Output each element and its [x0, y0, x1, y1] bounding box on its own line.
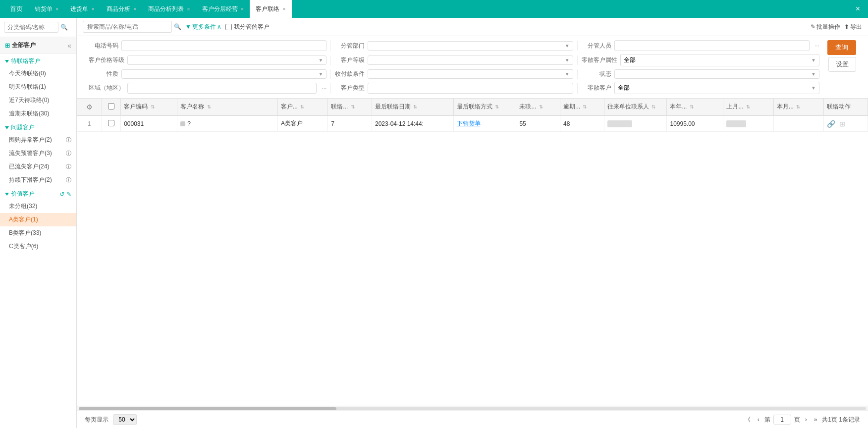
query-button[interactable]: 查询 — [827, 40, 856, 55]
sidebar: 🔍 ⊞ 全部客户 « 待联络客户 今天待联络(0) 明天待联络(1) 近7天待联… — [0, 18, 77, 428]
section-value-customers[interactable]: 价值客户 ↺ ✎ — [0, 187, 76, 200]
filter-manager-input[interactable] — [614, 40, 810, 51]
th-overdue[interactable]: 逾期... ⇅ — [560, 99, 604, 115]
sidebar-item-class-b[interactable]: B类客户(33) — [0, 226, 76, 240]
page-number-input[interactable] — [773, 415, 791, 425]
nav-purchase[interactable]: 进货单 × — [64, 0, 100, 18]
export-btn[interactable]: ⬆ 导出 — [844, 23, 862, 31]
th-cust-class[interactable]: 客户... ⇅ — [277, 99, 327, 115]
filter-search-button[interactable]: 🔍 — [174, 23, 181, 30]
total-records-label: 共1页 1条记录 — [822, 416, 860, 424]
th-checkbox[interactable] — [102, 99, 121, 115]
scrollbar-thumb[interactable] — [79, 407, 336, 410]
filter-cust-tier-select[interactable]: ▼ — [368, 55, 573, 65]
nav-close-product-analysis[interactable]: × — [133, 6, 136, 12]
th-contact[interactable]: 联络... ⇅ — [328, 99, 372, 115]
th-last-date[interactable]: 最后联络日期 ⇅ — [372, 99, 453, 115]
filter-price-tier-select[interactable]: ▼ — [127, 55, 326, 65]
filter-cell-nature: 性质 ▼ — [85, 69, 331, 79]
filter-phone-input[interactable] — [121, 40, 326, 51]
nav-customer-tier[interactable]: 客户分层经营 × — [196, 0, 250, 18]
sidebar-item-churned[interactable]: 已流失客户(24) ⓘ — [0, 160, 76, 173]
sidebar-item-overdue[interactable]: 逾期未联络(30) — [0, 107, 76, 120]
adv-filter-row2: 客户价格等级 ▼ 客户等级 ▼ — [85, 54, 823, 66]
row-checkbox[interactable] — [102, 115, 121, 132]
nav-close-sales[interactable]: × — [55, 6, 58, 12]
page-last-btn[interactable]: » — [812, 415, 819, 424]
th-no-contact[interactable]: 未联... ⇅ — [516, 99, 560, 115]
batch-op-btn[interactable]: ✎ 批量操作 — [811, 23, 840, 31]
sidebar-collapse-btn[interactable]: « — [67, 42, 71, 50]
sidebar-item-churn-warning[interactable]: 流失预警客户(3) ⓘ — [0, 147, 76, 160]
th-this-month[interactable]: 本月... ⇅ — [773, 99, 823, 115]
my-customers-checkbox[interactable] — [225, 24, 232, 30]
nav-close-customer-contact[interactable]: × — [282, 6, 285, 12]
section-problem-customers[interactable]: 问题客户 — [0, 120, 76, 133]
nav-product-analysis-list[interactable]: 商品分析列表 × — [142, 0, 196, 18]
page-size-select[interactable]: 50 — [113, 414, 137, 425]
select-all-checkbox[interactable] — [108, 103, 114, 109]
nav-home[interactable]: 首页 — [4, 0, 29, 18]
sidebar-item-class-a[interactable]: A类客户(1) — [0, 213, 76, 226]
page-next-btn[interactable]: › — [803, 415, 809, 424]
nav-product-analysis[interactable]: 商品分析 × — [101, 0, 142, 18]
sort-last-method-icon: ⇅ — [495, 104, 499, 109]
th-last-method[interactable]: 最后联络方式 ⇅ — [453, 99, 516, 115]
sidebar-item-tomorrow[interactable]: 明天待联络(1) — [0, 80, 76, 94]
close-all-tabs[interactable]: × — [852, 4, 864, 13]
filter-retail-select[interactable]: 全部 ▼ — [614, 82, 819, 94]
section-problem-chevron — [5, 126, 9, 129]
sidebar-item-ungrouped[interactable]: 未分组(32) — [0, 200, 76, 213]
sidebar-item-7days[interactable]: 近7天待联络(0) — [0, 94, 76, 107]
th-code[interactable]: 客户编码 ⇅ — [121, 99, 177, 115]
nav-sales[interactable]: 销货单 × — [29, 0, 64, 18]
sidebar-all-customers-label: 全部客户 — [12, 41, 36, 50]
sidebar-item-hoarding[interactable]: 囤购异常客户(2) ⓘ — [0, 133, 76, 147]
row-last-method[interactable]: 下销货单 — [453, 115, 516, 132]
table-settings-icon[interactable]: ⚙ — [86, 103, 93, 111]
horizontal-scrollbar[interactable] — [77, 406, 868, 411]
scrollbar-track[interactable] — [79, 407, 866, 410]
nav-customer-contact[interactable]: 客户联络 × — [250, 0, 291, 18]
filter-more-btn[interactable]: ▼ 更多条件 ∧ — [185, 23, 221, 31]
sidebar-search-icon[interactable]: 🔍 — [60, 24, 68, 31]
name-color-dot — [180, 121, 185, 126]
my-customers-checkbox-label[interactable]: 我分管的客户 — [225, 23, 270, 31]
action-qr-icon[interactable]: ⊞ — [839, 120, 845, 128]
nav-close-purchase[interactable]: × — [91, 6, 94, 12]
sidebar-item-today[interactable]: 今天待联络(0) — [0, 67, 76, 80]
row-select-checkbox[interactable] — [108, 120, 114, 126]
filter-payment-select[interactable]: ▼ — [368, 69, 573, 79]
row-last-month — [723, 115, 773, 132]
sidebar-item-class-c[interactable]: C类客户(6) — [0, 240, 76, 253]
nav-close-customer-tier[interactable]: × — [241, 6, 244, 12]
th-name[interactable]: 客户名称 ⇅ — [177, 99, 278, 115]
filter-manager-dots[interactable]: ··· — [814, 42, 819, 49]
filter-region-dots[interactable]: ··· — [322, 85, 326, 92]
filter-nature-select[interactable]: ▼ — [121, 69, 326, 79]
th-this-year[interactable]: 本年... ⇅ — [667, 99, 723, 115]
row-unit-contact — [604, 115, 667, 132]
th-last-month[interactable]: 上月... ⇅ — [723, 99, 773, 115]
filter-region-input[interactable] — [127, 83, 317, 94]
filter-cell-dept: 分管部门 ▼ — [331, 41, 577, 51]
nav-close-product-analysis-list[interactable]: × — [187, 6, 190, 12]
filter-retail-attr-select[interactable]: 全部 ▼ — [620, 54, 819, 66]
edit-icon[interactable]: ✎ — [66, 191, 71, 198]
filter-status-select[interactable]: ▼ — [614, 69, 819, 79]
sidebar-search-input[interactable] — [4, 22, 58, 33]
sidebar-item-declining[interactable]: 持续下滑客户(2) ⓘ — [0, 173, 76, 187]
settings-button[interactable]: 设置 — [828, 57, 856, 72]
th-unit-contact[interactable]: 往来单位联系人 ⇅ — [604, 99, 667, 115]
filter-cell-cust-tier: 客户等级 ▼ — [331, 55, 577, 65]
refresh-icon[interactable]: ↺ — [59, 191, 64, 198]
action-link-icon[interactable]: 🔗 — [827, 120, 835, 128]
th-settings[interactable]: ⚙ — [77, 99, 102, 115]
filter-dept-select[interactable]: ▼ — [368, 41, 573, 51]
page-prev-btn[interactable]: ‹ — [756, 415, 761, 424]
sort-no-contact-icon: ⇅ — [539, 104, 543, 109]
section-pending-contact[interactable]: 待联络客户 — [0, 54, 76, 67]
filter-search-input[interactable] — [83, 21, 172, 33]
filter-cust-type-input[interactable] — [368, 83, 573, 94]
page-first-btn[interactable]: 《 — [743, 415, 753, 425]
